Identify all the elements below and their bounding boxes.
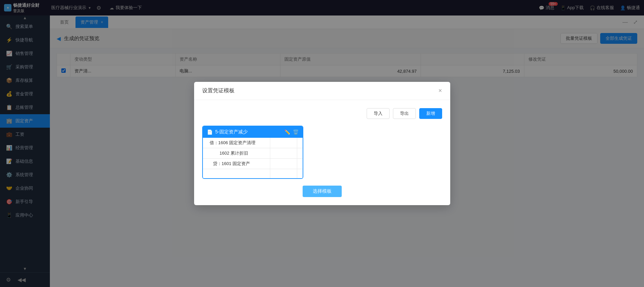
template-cell-credit1-label: 贷：1601 固定资产 <box>203 159 270 169</box>
template-cell-empty-col2 <box>270 169 297 178</box>
choose-btn-container: 选择模板 <box>202 186 442 197</box>
template-doc-icon: 📄 <box>207 129 213 135</box>
template-row-2: 1602 累计折旧 <box>203 148 303 159</box>
template-cell-debit1-col3 <box>297 138 303 148</box>
export-btn[interactable]: 导出 <box>393 108 416 119</box>
modal-title: 设置凭证模板 <box>202 87 235 94</box>
template-row-3: 贷：1601 固定资产 <box>203 159 303 169</box>
template-cell-debit1-label: 借：1606 固定资产清理 <box>203 138 270 148</box>
template-body: 借：1606 固定资产清理 1602 累计折旧 贷：1601 固定资产 <box>203 138 303 178</box>
template-cell-debit2-col3 <box>297 148 303 158</box>
import-btn[interactable]: 导入 <box>367 108 390 119</box>
template-name: 5-固定资产减少 <box>215 129 248 135</box>
template-card-title: 📄 5-固定资产减少 <box>207 129 248 135</box>
template-cell-empty-col3 <box>297 169 303 178</box>
new-btn[interactable]: 新增 <box>419 108 442 119</box>
template-cell-credit1-col2 <box>270 159 297 169</box>
modal-overlay: 设置凭证模板 × 导入 导出 新增 📄 5-固定资产减少 ✏️ 🗑️ <box>0 0 644 287</box>
modal-close-btn[interactable]: × <box>438 87 442 94</box>
template-row-1: 借：1606 固定资产清理 <box>203 138 303 148</box>
template-card-header: 📄 5-固定资产减少 ✏️ 🗑️ <box>203 126 303 138</box>
modal-toolbar: 导入 导出 新增 <box>202 108 442 119</box>
template-cell-debit1-col2 <box>270 138 297 148</box>
modal-header: 设置凭证模板 × <box>194 82 450 100</box>
template-cell-empty-label <box>203 169 270 178</box>
template-edit-icon[interactable]: ✏️ <box>284 129 290 135</box>
template-row-4 <box>203 169 303 178</box>
voucher-template-modal: 设置凭证模板 × 导入 导出 新增 📄 5-固定资产减少 ✏️ 🗑️ <box>194 82 450 205</box>
template-delete-icon[interactable]: 🗑️ <box>293 129 299 135</box>
modal-body: 导入 导出 新增 📄 5-固定资产减少 ✏️ 🗑️ <box>194 100 450 205</box>
template-cell-debit2-label: 1602 累计折旧 <box>203 148 270 158</box>
template-card: 📄 5-固定资产减少 ✏️ 🗑️ 借：1606 固定资产清理 <box>202 126 303 179</box>
template-cell-credit1-col3 <box>297 159 303 169</box>
choose-template-btn[interactable]: 选择模板 <box>303 186 342 197</box>
template-cell-debit2-col2 <box>270 148 297 158</box>
template-card-actions: ✏️ 🗑️ <box>284 129 299 135</box>
